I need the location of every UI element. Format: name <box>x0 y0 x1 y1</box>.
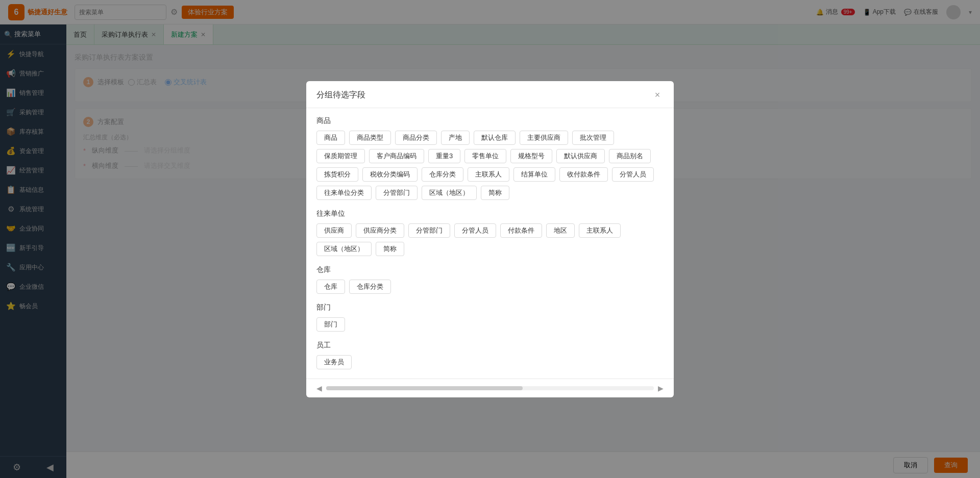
modal-footer: ◀ ▶ <box>306 379 674 397</box>
field-tag-shelf_life[interactable]: 保质期管理 <box>316 149 365 163</box>
section-title-product: 商品 <box>316 116 664 125</box>
field-tag-batch_management[interactable]: 批次管理 <box>572 131 614 145</box>
field-tag-origin[interactable]: 产地 <box>441 131 470 145</box>
field-select-modal: 分组待选字段 × 商品商品商品类型商品分类产地默认仓库主要供应商批次管理保质期管… <box>306 81 674 397</box>
scrollbar-thumb <box>326 386 523 390</box>
modal-body: 商品商品商品类型商品分类产地默认仓库主要供应商批次管理保质期管理客户商品编码重量… <box>306 108 674 379</box>
field-tag-default_warehouse[interactable]: 默认仓库 <box>474 131 516 145</box>
field-section-warehouse: 仓库仓库仓库分类 <box>316 265 664 294</box>
field-tag-supplier[interactable]: 供应商 <box>316 223 352 238</box>
section-title-warehouse: 仓库 <box>316 265 664 274</box>
field-tag-rebate_points[interactable]: 拣货积分 <box>316 167 358 182</box>
field-tag-main_contact[interactable]: 主联系人 <box>468 167 509 182</box>
field-tag-salesperson[interactable]: 业务员 <box>316 355 352 369</box>
field-tags-product: 商品商品类型商品分类产地默认仓库主要供应商批次管理保质期管理客户商品编码重量3零… <box>316 131 664 200</box>
field-tag-spec_model[interactable]: 规格型号 <box>510 149 552 163</box>
field-section-employee: 员工业务员 <box>316 341 664 369</box>
field-tag-short_name[interactable]: 简称 <box>481 186 509 200</box>
field-tag-dept_manager[interactable]: 分管人员 <box>454 223 496 238</box>
scroll-left-arrow[interactable]: ◀ <box>316 384 322 392</box>
field-tag-region_area[interactable]: 区域（地区） <box>422 186 477 200</box>
field-tag-region2[interactable]: 区域（地区） <box>316 242 372 256</box>
field-tag-warehouse[interactable]: 仓库 <box>316 280 345 294</box>
field-section-partner: 往来单位供应商供应商分类分管部门分管人员付款条件地区主联系人区域（地区）简称 <box>316 209 664 256</box>
field-tag-product_type[interactable]: 商品类型 <box>349 131 391 145</box>
modal-close-button[interactable]: × <box>651 89 664 102</box>
field-tag-area[interactable]: 地区 <box>546 223 575 238</box>
field-tag-manager[interactable]: 分管人员 <box>612 167 654 182</box>
field-tag-managed_dept[interactable]: 分管部门 <box>376 186 418 200</box>
field-tag-retail_unit[interactable]: 零售单位 <box>464 149 506 163</box>
horizontal-scrollbar[interactable] <box>326 386 654 390</box>
modal-overlay: 分组待选字段 × 商品商品商品类型商品分类产地默认仓库主要供应商批次管理保质期管… <box>0 0 980 478</box>
field-tag-main_supplier[interactable]: 主要供应商 <box>520 131 568 145</box>
field-tag-customer_code[interactable]: 客户商品编码 <box>369 149 424 163</box>
field-tag-product_category[interactable]: 商品分类 <box>395 131 437 145</box>
field-tag-supplier_category[interactable]: 供应商分类 <box>356 223 404 238</box>
field-tag-warehouse_cat[interactable]: 仓库分类 <box>349 280 391 294</box>
section-title-department: 部门 <box>316 303 664 312</box>
section-title-partner: 往来单位 <box>316 209 664 218</box>
field-tag-dept_field[interactable]: 部门 <box>316 317 345 332</box>
field-tag-tax_code[interactable]: 税收分类编码 <box>362 167 418 182</box>
field-tags-partner: 供应商供应商分类分管部门分管人员付款条件地区主联系人区域（地区）简称 <box>316 223 664 256</box>
field-tag-payment_terms[interactable]: 收付款条件 <box>559 167 608 182</box>
horizontal-scroll-area: ◀ ▶ <box>316 384 664 392</box>
field-tag-weight3[interactable]: 重量3 <box>428 149 460 163</box>
field-tag-source_unit_category[interactable]: 往来单位分类 <box>316 186 372 200</box>
field-tag-settlement_unit[interactable]: 结算单位 <box>513 167 555 182</box>
modal-title: 分组待选字段 <box>316 90 365 100</box>
scroll-right-arrow[interactable]: ▶ <box>658 384 664 392</box>
field-tag-product[interactable]: 商品 <box>316 131 345 145</box>
field-tag-contact[interactable]: 主联系人 <box>579 223 621 238</box>
field-tags-employee: 业务员 <box>316 355 664 369</box>
field-tag-product_alias[interactable]: 商品别名 <box>609 149 651 163</box>
field-tag-short_name2[interactable]: 简称 <box>376 242 404 256</box>
field-tag-default_supplier[interactable]: 默认供应商 <box>556 149 605 163</box>
section-title-employee: 员工 <box>316 341 664 350</box>
field-tag-payment_condition[interactable]: 付款条件 <box>500 223 542 238</box>
field-section-product: 商品商品商品类型商品分类产地默认仓库主要供应商批次管理保质期管理客户商品编码重量… <box>316 116 664 200</box>
field-tags-department: 部门 <box>316 317 664 332</box>
field-tags-warehouse: 仓库仓库分类 <box>316 280 664 294</box>
field-tag-dept[interactable]: 分管部门 <box>408 223 450 238</box>
field-tag-warehouse_category[interactable]: 仓库分类 <box>422 167 463 182</box>
field-section-department: 部门部门 <box>316 303 664 332</box>
modal-header: 分组待选字段 × <box>306 81 674 108</box>
